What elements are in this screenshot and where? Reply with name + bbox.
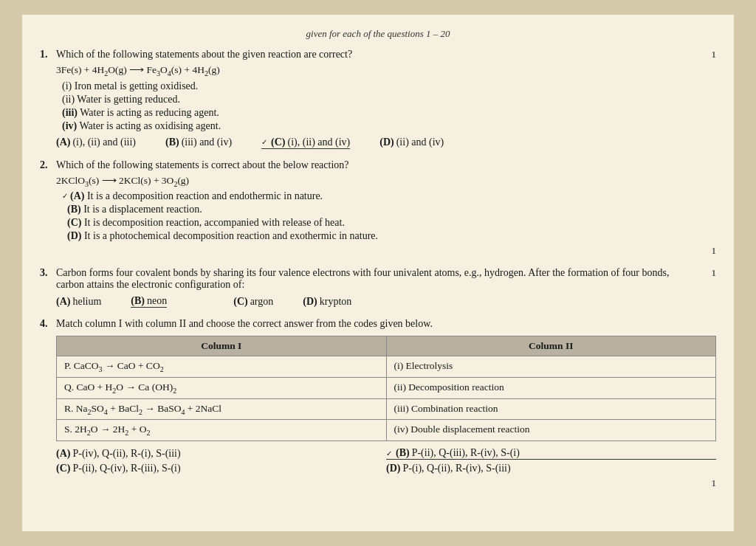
q4-optA-label: (A) bbox=[56, 448, 70, 460]
question-2: 2. Which of the following statements is … bbox=[40, 159, 716, 258]
q4-optD-text: P-(i), Q-(ii), R-(iv), S-(iii) bbox=[402, 463, 510, 474]
match-row-P: P. CaCO3 → CaO + CO2 (i) Electrolysis bbox=[57, 356, 716, 378]
match-P-col1: P. CaCO3 → CaO + CO2 bbox=[57, 356, 387, 378]
col1-header: Column I bbox=[57, 336, 387, 356]
match-R-col2: (iii) Combination reaction bbox=[386, 398, 716, 420]
q2-mark: 1 bbox=[40, 245, 716, 257]
q2-number: 2. bbox=[40, 159, 53, 171]
q1-stmt-i: (i) Iron metal is getting oxidised. bbox=[62, 80, 716, 92]
q3-optD[interactable]: (D) krypton bbox=[303, 295, 351, 308]
q2-reaction: 2KClO3(s) ⟶ 2KCl(s) + 3O2(g) bbox=[56, 174, 716, 188]
q1-mark: 1 bbox=[701, 49, 716, 61]
q4-optB-check: ✓ bbox=[386, 449, 392, 457]
q2-stmt-D: (D) It is a photochemical decomposition … bbox=[62, 230, 716, 242]
q1-optA-text: (i), (ii) and (iii) bbox=[72, 136, 136, 148]
q3-optC[interactable]: (C) argon bbox=[233, 295, 273, 308]
q1-optC-label: (C) bbox=[271, 136, 285, 148]
q3-optD-label: (D) bbox=[303, 296, 317, 308]
q4-number: 4. bbox=[40, 318, 53, 330]
match-S-col2: (iv) Double displacement reaction bbox=[386, 420, 716, 441]
q3-optB-text: neon bbox=[147, 295, 167, 307]
q3-optD-text: krypton bbox=[320, 296, 352, 308]
q1-optA-label: (A) bbox=[56, 136, 70, 148]
q3-text: Carbon forms four covalent bonds by shar… bbox=[56, 267, 698, 291]
match-row-Q: Q. CaO + H2O → Ca (OH)2 (ii) Decompositi… bbox=[57, 378, 716, 399]
q2-statements: ✓ (A) It is a decomposition reaction and… bbox=[62, 190, 716, 242]
q1-optC-text: (i), (ii) and (iv) bbox=[288, 136, 351, 148]
q1-optC[interactable]: ✓ (C) (i), (ii) and (iv) bbox=[261, 136, 350, 149]
q4-optB-text: P-(ii), Q-(iii), R-(iv), S-(i) bbox=[412, 447, 520, 459]
q1-optD[interactable]: (D) (ii) and (iv) bbox=[379, 136, 444, 149]
q4-optA[interactable]: (A) P-(iv), Q-(ii), R-(i), S-(iii) bbox=[56, 447, 386, 460]
q1-answer-row: (A) (i), (ii) and (iii) (B) (iii) and (i… bbox=[56, 136, 716, 149]
q1-stmt-ii: (ii) Water is getting reduced. bbox=[62, 94, 716, 106]
col2-header: Column II bbox=[386, 336, 716, 356]
top-note: given for each of the questions 1 – 20 bbox=[40, 28, 716, 40]
match-S-col1: S. 2H2O → 2H2 + O2 bbox=[57, 420, 387, 441]
question-1: 1. Which of the following statements abo… bbox=[40, 49, 716, 149]
q1-statements: (i) Iron metal is getting oxidised. (ii)… bbox=[62, 80, 716, 132]
q4-optB[interactable]: ✓ (B) P-(ii), Q-(iii), R-(iv), S-(i) bbox=[386, 447, 716, 460]
q2-stmt-A: ✓ (A) It is a decomposition reaction and… bbox=[62, 190, 716, 202]
q4-optB-label: (B) bbox=[396, 447, 410, 459]
question-3: 3. Carbon forms four covalent bonds by s… bbox=[40, 267, 716, 308]
q4-optC[interactable]: (C) P-(ii), Q-(iv), R-(iii), S-(i) bbox=[56, 463, 386, 474]
q1-optD-text: (ii) and (iv) bbox=[396, 136, 444, 148]
q2-stmtA-text: (A) It is a decomposition reaction and e… bbox=[70, 190, 323, 202]
q3-optA[interactable]: (A) helium bbox=[56, 295, 101, 308]
match-P-col2: (i) Electrolysis bbox=[386, 356, 716, 378]
match-table: Column I Column II P. CaCO3 → CaO + CO2 … bbox=[56, 336, 716, 441]
q4-text: Match column I with column II and choose… bbox=[56, 318, 716, 330]
q2-check-icon: ✓ bbox=[62, 192, 68, 200]
q4-optC-text: P-(ii), Q-(iv), R-(iii), S-(i) bbox=[72, 463, 180, 474]
q3-optB-label: (B) bbox=[131, 295, 145, 307]
q3-optA-text: helium bbox=[72, 296, 101, 308]
match-row-S: S. 2H2O → 2H2 + O2 (iv) Double displacem… bbox=[57, 420, 716, 441]
q1-stmt-iv: (iv) Water is acting as oxidising agent. bbox=[62, 120, 716, 132]
q3-optB[interactable]: (B) neon bbox=[131, 295, 167, 308]
q4-mark: 1 bbox=[40, 477, 716, 489]
q2-stmt-C: (C) It is decomposition reaction, accomp… bbox=[62, 217, 716, 229]
q3-optA-label: (A) bbox=[56, 296, 70, 308]
page-container: given for each of the questions 1 – 20 1… bbox=[22, 15, 734, 531]
q1-optA[interactable]: (A) (i), (ii) and (iii) bbox=[56, 136, 136, 149]
q1-optB[interactable]: (B) (iii) and (iv) bbox=[165, 136, 232, 149]
match-Q-col1: Q. CaO + H2O → Ca (OH)2 bbox=[57, 378, 387, 399]
match-Q-col2: (ii) Decomposition reaction bbox=[386, 378, 716, 399]
q1-optB-text: (iii) and (iv) bbox=[182, 136, 232, 148]
q4-optD-label: (D) bbox=[386, 463, 400, 474]
q1-optB-label: (B) bbox=[165, 136, 179, 148]
q4-optC-label: (C) bbox=[56, 463, 70, 474]
q3-optC-text: argon bbox=[250, 296, 274, 308]
q1-text: Which of the following statements about … bbox=[56, 49, 698, 61]
match-row-R: R. Na2SO4 + BaCl2 → BaSO4 + 2NaCl (iii) … bbox=[57, 398, 716, 420]
q4-answer-row: (A) P-(iv), Q-(ii), R-(i), S-(iii) ✓ (B)… bbox=[56, 447, 716, 474]
q2-text: Which of the following statements is cor… bbox=[56, 159, 716, 171]
question-4: 4. Match column I with column II and cho… bbox=[40, 318, 716, 489]
q1-optD-label: (D) bbox=[379, 136, 394, 148]
q1-stmt-iii: (iii) Water is acting as reducing agent. bbox=[62, 107, 716, 119]
q3-optC-label: (C) bbox=[233, 296, 247, 308]
q2-stmt-B: (B) It is a displacement reaction. bbox=[62, 204, 716, 215]
match-R-col1: R. Na2SO4 + BaCl2 → BaSO4 + 2NaCl bbox=[57, 398, 387, 420]
q3-mark: 1 bbox=[701, 267, 716, 279]
q1-optC-check: ✓ bbox=[261, 138, 267, 146]
q4-optA-text: P-(iv), Q-(ii), R-(i), S-(iii) bbox=[72, 448, 180, 460]
q3-number: 3. bbox=[40, 267, 53, 279]
q1-reaction: 3Fe(s) + 4H2O(g) ⟶ Fe3O4(s) + 4H2(g) bbox=[56, 63, 716, 77]
q3-answer-row: (A) helium (B) neon (C) argon (D) krypto… bbox=[56, 295, 716, 308]
q4-optD[interactable]: (D) P-(i), Q-(ii), R-(iv), S-(iii) bbox=[386, 463, 716, 474]
q1-number: 1. bbox=[40, 49, 53, 61]
